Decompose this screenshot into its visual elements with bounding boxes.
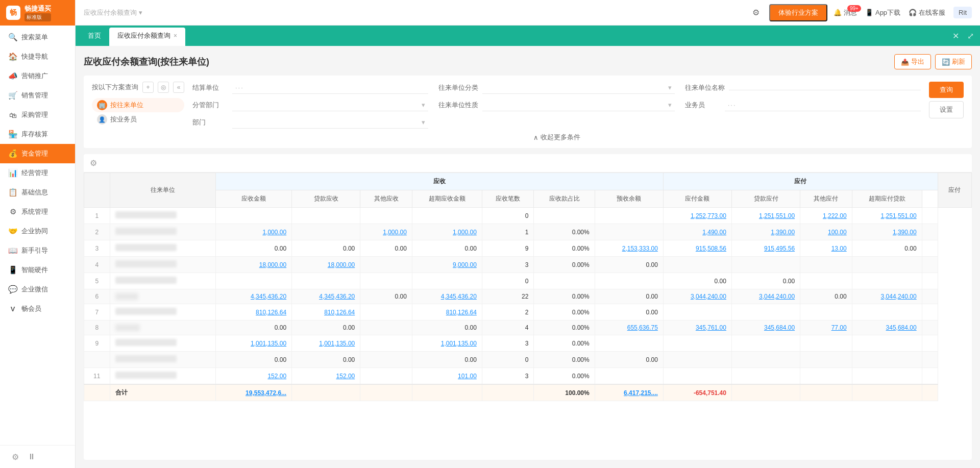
partner-name-cell (110, 208, 216, 224)
filter-collapse-row: ∧ 收起更多条件 (192, 133, 921, 142)
bag-icon: 🛍 (8, 110, 17, 119)
sidebar-item-basic-info[interactable]: 📋 基础信息 (0, 183, 75, 202)
settlement-unit-input[interactable]: ··· (232, 82, 428, 94)
export-icon: 📤 (901, 58, 909, 66)
message-button[interactable]: 🔔 消息 99+ (834, 8, 857, 17)
partner-category-input[interactable]: ▾ (482, 82, 674, 94)
query-scheme-panel: 按以下方案查询 + ◎ « 🏢 按往来单位 👤 按业务员 (92, 82, 184, 127)
sidebar-item-search-menu[interactable]: 🔍 搜索菜单 (0, 28, 75, 47)
sidebar-collapse-button[interactable]: ⏸ (24, 450, 39, 464)
query-button[interactable]: 查询 (929, 82, 964, 98)
user-info-button[interactable]: Rit (953, 7, 972, 18)
dept-input[interactable]: ▾ (232, 116, 428, 129)
receivable-table: 往来单位 应收 应付 应付 应收金额 贷款应收 其他应收 超期应收金额 应收笔数… (84, 173, 972, 401)
sidebar-item-capital[interactable]: 💰 资金管理 (0, 144, 75, 163)
table-row: 8P0.000.000.0040.00%655,636.75345,761.00… (84, 321, 972, 335)
refresh-icon: 🔄 (942, 58, 950, 66)
store-icon: 🏪 (8, 130, 17, 139)
filter-by-staff[interactable]: 👤 按业务员 (92, 112, 184, 127)
promo-button[interactable]: 体验行业方案 (769, 4, 827, 21)
partner-category-field: 往来单位分类 ▾ (438, 82, 674, 94)
salesperson-field: 业务员 ··· (685, 99, 921, 111)
sidebar-item-sales[interactable]: 🛒 销售管理 (0, 86, 75, 105)
filter-collapse-button[interactable]: ∧ 收起更多条件 (533, 133, 580, 142)
sidebar-item-smart-hw[interactable]: 📱 智能硬件 (0, 260, 75, 280)
app-icon: 📱 (865, 9, 873, 16)
partner-name-cell: P (110, 321, 216, 335)
tab-home[interactable]: 首页 (80, 26, 109, 46)
scheme-settings-button[interactable]: ◎ (158, 82, 169, 93)
partner-name-cell: ^ (110, 289, 216, 304)
scheme-collapse-button[interactable]: « (173, 82, 184, 93)
online-service-button[interactable]: 🎧 在线客服 (909, 8, 945, 17)
clipboard-icon: 📋 (8, 188, 17, 197)
other-pay-header: 其他应付 (800, 190, 852, 208)
sidebar-item-enterprise[interactable]: 🤝 企业协同 (0, 221, 75, 241)
tab-close-icon[interactable]: × (174, 32, 177, 39)
recv-amount-header: 应收金额 (216, 190, 292, 208)
table-row: 21,000.001,000.001,000.0010.00%1,490.001… (84, 224, 972, 240)
close-window-icon[interactable]: ✕ (950, 29, 961, 43)
tabs-controls: ✕ ⤢ (950, 26, 976, 46)
table-row: 101,252,773.001,251,551.001,222.001,251,… (84, 208, 972, 224)
export-button[interactable]: 📤 导出 (894, 54, 931, 69)
sidebar-item-wechat[interactable]: 💬 企业微信 (0, 280, 75, 299)
sidebar: 畅 畅捷通买 标准版 🔍 搜索菜单 🏠 快捷导航 📣 营销推广 🛒 销售管理 🛍… (0, 0, 76, 468)
sidebar-item-purchase[interactable]: 🛍 采购管理 (0, 105, 75, 125)
partner-nature-input[interactable]: ▾ (482, 99, 674, 111)
overdue-recv-header: 超期应收金额 (412, 190, 482, 208)
app-download-button[interactable]: 📱 App下载 (865, 8, 900, 17)
sidebar-item-marketing[interactable]: 📣 营销推广 (0, 66, 75, 86)
topbar-gear-button[interactable]: ⚙ (749, 6, 763, 20)
sidebar-item-business[interactable]: 📊 经营管理 (0, 163, 75, 183)
partner-name-cell (110, 240, 216, 257)
dropdown-arrow-icon: ▾ (668, 101, 672, 109)
total-recv-amount[interactable]: 19,553,472,6... (216, 384, 292, 401)
partner-name-input[interactable] (729, 86, 921, 90)
loan-recv-header: 贷款应收 (292, 190, 360, 208)
refresh-button[interactable]: 🔄 刷新 (935, 54, 972, 69)
sidebar-navigation: 🔍 搜索菜单 🏠 快捷导航 📣 营销推广 🛒 销售管理 🛍 采购管理 🏪 库存核… (0, 26, 75, 445)
set-button[interactable]: 设置 (929, 101, 964, 118)
prepay-balance-header: 预收余额 (595, 190, 663, 208)
total-prepay-balance[interactable]: 6,417,215.... (595, 384, 663, 401)
dept-manager-input[interactable]: ▾ (232, 99, 428, 111)
loan-pay-header: 贷款应付 (731, 190, 800, 208)
dropdown-arrow-icon: ▾ (422, 101, 425, 109)
vip-icon: V (8, 304, 17, 313)
sidebar-item-system[interactable]: ⚙ 系统管理 (0, 202, 75, 221)
search-icon: 🔍 (8, 33, 17, 42)
tab-receivable-query[interactable]: 应收应付余额查询 × (109, 28, 185, 46)
settlement-unit-field: 结算单位 ··· (192, 82, 428, 94)
sidebar-item-quick-nav[interactable]: 🏠 快捷导航 (0, 47, 75, 66)
partner-name-cell (110, 224, 216, 240)
tabs-bar: 首页 应收应付余额查询 × ✕ ⤢ (76, 26, 980, 46)
salesperson-input[interactable]: ··· (725, 99, 921, 111)
sidebar-item-inventory[interactable]: 🏪 库存核算 (0, 125, 75, 144)
partner-name-field: 往来单位名称 (685, 82, 921, 94)
total-row: 合计 19,553,472,6... 100.00% 6,417,215....… (84, 384, 972, 401)
home-icon: 🏠 (8, 52, 17, 61)
logo-text: 畅捷通买 标准版 (24, 4, 51, 21)
sidebar-item-member[interactable]: V 畅会员 (0, 299, 75, 318)
collapse-arrow-icon: ∧ (533, 134, 538, 141)
dropdown-arrow-icon: ▾ (668, 84, 672, 91)
sidebar-item-guide[interactable]: 📖 新手引导 (0, 241, 75, 260)
filter-area: 按以下方案查询 + ◎ « 🏢 按往来单位 👤 按业务员 (84, 76, 972, 148)
recv-count-header: 应收笔数 (482, 190, 534, 208)
fullscreen-icon[interactable]: ⤢ (965, 29, 976, 43)
query-scheme-header: 按以下方案查询 + ◎ « (92, 82, 184, 93)
table-toolbar: ⚙ (84, 154, 972, 173)
add-scheme-button[interactable]: + (142, 82, 154, 93)
phone-icon: 📱 (8, 265, 17, 275)
filter-by-company[interactable]: 🏢 按往来单位 (92, 98, 184, 112)
dept-field: 部门 ▾ (192, 116, 428, 129)
sidebar-settings-button[interactable]: ⚙ (8, 450, 22, 464)
table-settings-icon[interactable]: ⚙ (90, 158, 97, 168)
topbar-breadcrumb: 应收应付余额查询 ▾ (84, 8, 743, 17)
partner-col-header: 往来单位 (110, 173, 216, 208)
logo-icon: 畅 (6, 6, 20, 20)
staff-filter-icon: 👤 (97, 114, 107, 125)
receivable-group-header: 应收 (216, 173, 664, 190)
partner-name-cell (110, 304, 216, 321)
